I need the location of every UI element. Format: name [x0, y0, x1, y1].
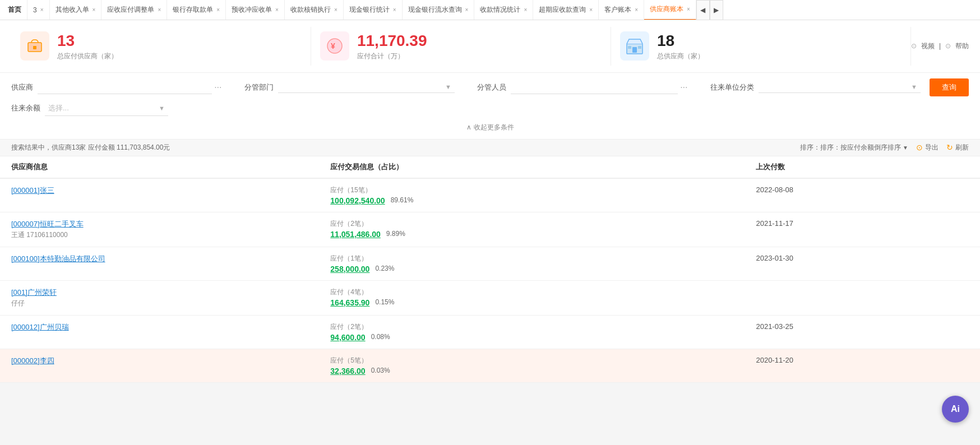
video-link[interactable]: 视频	[921, 41, 935, 51]
nav-tab-cash-flow[interactable]: 现金银行流水查询 ×	[403, 0, 475, 20]
nav-next-arrow[interactable]: ▶	[710, 0, 723, 20]
balance-select-value: 选择...	[48, 103, 69, 113]
nav-tab-home[interactable]: 首页	[2, 0, 27, 20]
tx-amount[interactable]: 11,051,486.00	[330, 230, 381, 239]
summary-card-total-suppliers: 18 总供应商（家）	[611, 27, 911, 66]
refresh-label[interactable]: 刷新	[955, 143, 969, 152]
export-label[interactable]: 导出	[925, 143, 939, 152]
transaction-cell: 应付（4笔） 164,635.90 0.15%	[330, 288, 756, 307]
category-filter-select[interactable]: ▼	[759, 81, 921, 93]
tx-amount[interactable]: 32,366.00	[330, 367, 365, 376]
supplier-link[interactable]: [001]广州荣轩	[11, 288, 57, 296]
close-icon[interactable]: ×	[158, 7, 161, 13]
table-row[interactable]: [000012]广州贝瑞 应付（2笔） 94,600.00 0.08% 2021…	[0, 316, 980, 349]
dept-filter-select[interactable]: ▼	[278, 81, 455, 93]
nav-tab-advance-label: 预收冲应收单	[232, 5, 272, 15]
table-section: 供应商信息 应付交易信息（占比） 上次付数 [000001]张三 应付（15笔）…	[0, 156, 980, 383]
refresh-action[interactable]: ↻ 刷新	[946, 143, 969, 152]
close-icon[interactable]: ×	[687, 6, 690, 12]
payable-amount-icon: ¥	[320, 31, 349, 61]
supplier-link[interactable]: [000012]广州贝瑞	[11, 323, 69, 331]
tx-row: 100,092,540.00 89.61%	[330, 195, 756, 205]
svg-rect-5	[632, 47, 637, 53]
person-filter-input[interactable]	[511, 81, 678, 94]
nav-tab-overdue[interactable]: 超期应收款查询 ×	[533, 0, 599, 20]
tx-row: 258,000.00 0.23%	[330, 263, 756, 274]
help-link[interactable]: 帮助	[955, 41, 969, 51]
close-icon[interactable]: ×	[216, 7, 220, 13]
table-row[interactable]: [001]广州荣轩 仔仔 应付（4笔） 164,635.90 0.15%	[0, 281, 980, 316]
table-row[interactable]: [000100]本特勤油品有限公司 应付（1笔） 258,000.00 0.23…	[0, 247, 980, 281]
supplier-filter-input[interactable]	[38, 81, 212, 94]
payable-total-amount: 11,170.39	[357, 31, 427, 50]
transaction-cell: 应付（1笔） 258,000.00 0.23%	[330, 254, 756, 274]
person-filter-label: 分管人员	[477, 82, 506, 92]
summary-info-payable: 13 总应付供应商（家）	[57, 31, 118, 61]
category-filter-label: 往来单位分类	[710, 82, 754, 92]
lastpay-cell: 2021-03-25	[756, 322, 969, 331]
nav-tab-other-income[interactable]: 其他收入单 ×	[50, 0, 102, 20]
export-action[interactable]: ⊙ 导出	[916, 143, 939, 152]
payable-total-label: 应付合计（万）	[357, 52, 427, 61]
nav-prev-arrow[interactable]: ◀	[696, 0, 710, 20]
dept-chevron-icon: ▼	[445, 84, 451, 90]
nav-tab-cash-stat-label: 现金银行统计	[349, 5, 390, 15]
tx-percent: 0.15%	[375, 298, 394, 306]
close-icon[interactable]: ×	[465, 7, 469, 13]
close-icon[interactable]: ×	[93, 7, 96, 13]
close-icon[interactable]: ×	[635, 7, 638, 13]
export-icon: ⊙	[916, 143, 923, 152]
store-icon	[620, 31, 649, 61]
transaction-cell: 应付（15笔） 100,092,540.00 89.61%	[330, 186, 756, 205]
nav-tab-bank-deposit[interactable]: 银行存取款单 ×	[167, 0, 226, 20]
supplier-filter-dots[interactable]: ···	[214, 82, 221, 92]
person-filter-dots[interactable]: ···	[680, 82, 687, 92]
close-icon[interactable]: ×	[275, 7, 279, 13]
nav-tab-receipt-exec[interactable]: 收款核销执行 ×	[285, 0, 344, 20]
sort-value[interactable]: 排序：按应付余额倒序排序	[820, 143, 901, 151]
filter-supplier: 供应商 ···	[11, 81, 222, 94]
table-row[interactable]: [000002]李四 应付（5笔） 32,366.00 0.03% 2020-1…	[0, 349, 980, 383]
close-icon[interactable]: ×	[393, 7, 396, 13]
balance-filter-select[interactable]: 选择... ▼	[45, 101, 168, 116]
close-icon[interactable]: ×	[524, 7, 527, 13]
payable-supplier-label: 总应付供应商（家）	[57, 52, 118, 61]
supplier-link[interactable]: [000100]本特勤油品有限公司	[11, 254, 105, 263]
svg-rect-1	[33, 46, 36, 49]
lastpay-cell: 2023-01-30	[756, 254, 969, 262]
nav-tab-adjustment[interactable]: 应收应付调整单 ×	[101, 0, 167, 20]
supplier-link[interactable]: [000002]李四	[11, 356, 54, 365]
tx-amount[interactable]: 100,092,540.00	[330, 196, 385, 205]
nav-tab-advance[interactable]: 预收冲应收单 ×	[226, 0, 285, 20]
total-supplier-label: 总供应商（家）	[657, 52, 704, 61]
supplier-info-cell: [000100]本特勤油品有限公司	[11, 254, 330, 264]
close-icon[interactable]: ×	[334, 7, 338, 13]
search-button[interactable]: 查询	[930, 78, 969, 96]
close-icon[interactable]: ×	[589, 7, 593, 13]
tx-amount[interactable]: 258,000.00	[330, 265, 369, 274]
nav-tab-bank-deposit-label: 银行存取款单	[173, 5, 213, 15]
tx-amount[interactable]: 164,635.90	[330, 298, 369, 307]
dept-filter-label: 分管部门	[244, 82, 274, 92]
summary-card-payable-suppliers: 13 总应付供应商（家）	[11, 27, 311, 66]
supplier-link[interactable]: [000001]张三	[11, 186, 54, 194]
table-row[interactable]: [000007]恒旺二手叉车 王通 17106110000 应付（2笔） 11,…	[0, 212, 980, 247]
table-row[interactable]: [000001]张三 应付（15笔） 100,092,540.00 89.61%…	[0, 179, 980, 212]
filter-dept: 分管部门 ▼	[244, 81, 455, 93]
svg-rect-6	[628, 46, 631, 49]
nav-tab-cash-stat[interactable]: 现金银行统计 ×	[344, 0, 403, 20]
close-icon[interactable]: ×	[40, 7, 44, 13]
supplier-link[interactable]: [000007]恒旺二手叉车	[11, 220, 84, 228]
nav-tab-receipt-stat[interactable]: 收款情况统计 ×	[474, 0, 533, 20]
collapse-button[interactable]: ∧ 收起更多条件	[460, 120, 521, 135]
nav-tab-3[interactable]: 3 ×	[27, 0, 50, 20]
nav-tab-customer[interactable]: 客户账本 ×	[599, 0, 644, 20]
nav-tab-supplier[interactable]: 供应商账本 ×	[644, 0, 696, 20]
tx-percent: 0.08%	[371, 333, 390, 341]
tx-label: 应付（15笔）	[330, 186, 756, 195]
summary-section: 13 总应付供应商（家） ¥ 11,170.39 应付合计（万）	[0, 20, 980, 73]
supplier-icon	[20, 31, 49, 61]
tx-amount[interactable]: 94,600.00	[330, 333, 365, 342]
nav-tab-receipt-exec-label: 收款核销执行	[290, 5, 331, 15]
transaction-cell: 应付（2笔） 94,600.00 0.08%	[330, 322, 756, 342]
